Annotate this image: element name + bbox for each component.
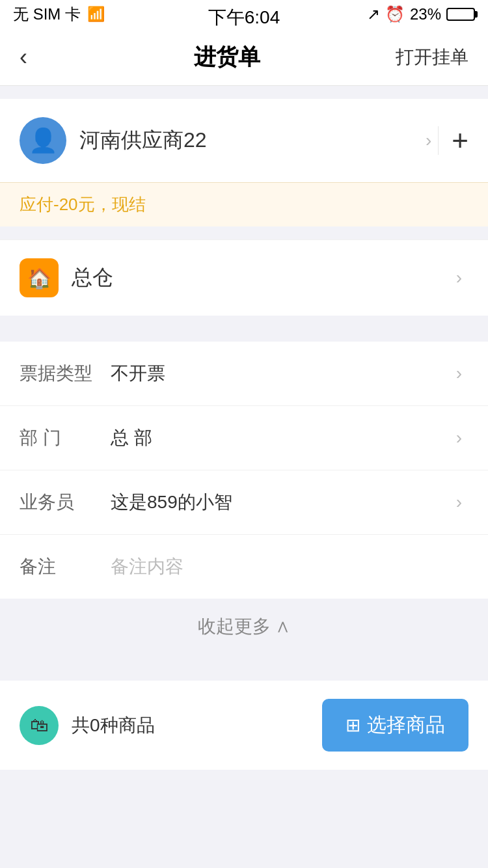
department-value: 总 部	[111, 426, 456, 450]
supplier-row[interactable]: 👤 河南供应商22 › +	[0, 99, 488, 182]
product-count: 共0种商品	[72, 713, 322, 738]
add-supplier-button[interactable]: +	[438, 126, 468, 155]
collapse-label: 收起更多 ∧	[198, 616, 291, 636]
bottom-divider	[0, 655, 488, 668]
warehouse-icon: 🏠	[27, 267, 51, 290]
product-bag-icon: 🛍	[30, 714, 48, 736]
department-label: 部 门	[20, 426, 111, 450]
collapse-button[interactable]: 收起更多 ∧	[0, 599, 488, 655]
remark-placeholder[interactable]: 备注内容	[111, 554, 468, 579]
salesperson-row[interactable]: 业务员 这是859的小智 ›	[0, 470, 488, 535]
nav-bar: ‹ 进货单 打开挂单	[0, 29, 488, 86]
product-section: 🛍 共0种商品 ⊞ 选择商品	[0, 681, 488, 770]
supplier-avatar: 👤	[20, 117, 66, 164]
warehouse-row[interactable]: 🏠 总仓 ›	[0, 239, 488, 316]
remark-row[interactable]: 备注 备注内容	[0, 535, 488, 599]
status-bar: 无 SIM 卡 📶 下午6:04 ↗ ⏰ 23%	[0, 0, 488, 29]
warehouse-name: 总仓	[72, 264, 456, 292]
status-time: 下午6:04	[208, 5, 280, 30]
warehouse-icon-wrap: 🏠	[20, 258, 59, 297]
salesperson-chevron-icon: ›	[456, 492, 462, 513]
carrier-label: 无 SIM 卡	[13, 4, 81, 25]
open-pending-button[interactable]: 打开挂单	[396, 45, 468, 70]
salesperson-label: 业务员	[20, 490, 111, 515]
supplier-section: 👤 河南供应商22 › + 应付-20元，现结	[0, 99, 488, 226]
select-product-icon: ⊞	[346, 714, 360, 736]
background-fill	[0, 770, 488, 868]
department-row[interactable]: 部 门 总 部 ›	[0, 406, 488, 470]
top-divider	[0, 86, 488, 99]
select-product-button[interactable]: ⊞ 选择商品	[322, 699, 468, 752]
product-icon-wrap: 🛍	[20, 706, 59, 745]
invoice-type-value: 不开票	[111, 361, 456, 386]
alert-banner: 应付-20元，现结	[0, 182, 488, 226]
warehouse-section: 🏠 总仓 ›	[0, 239, 488, 316]
page-title: 进货单	[59, 42, 396, 72]
invoice-type-label: 票据类型	[20, 361, 111, 386]
invoice-type-chevron-icon: ›	[456, 363, 462, 384]
status-right: ↗ ⏰ 23%	[367, 5, 475, 23]
location-icon: ↗	[367, 5, 380, 23]
remark-label: 备注	[20, 554, 111, 579]
wifi-icon: 📶	[87, 6, 105, 23]
department-chevron-icon: ›	[456, 427, 462, 448]
warehouse-chevron-icon: ›	[456, 267, 462, 288]
battery-bar	[446, 8, 475, 21]
battery-percent: 23%	[410, 5, 441, 23]
salesperson-value: 这是859的小智	[111, 490, 456, 515]
supplier-chevron-icon: ›	[426, 130, 431, 151]
avatar-icon: 👤	[29, 127, 58, 154]
supplier-name: 河南供应商22	[79, 126, 426, 155]
alarm-icon: ⏰	[385, 5, 405, 23]
alert-text: 应付-20元，现结	[20, 195, 146, 214]
form-section: 票据类型 不开票 › 部 门 总 部 › 业务员 这是859的小智 › 备注 备…	[0, 342, 488, 599]
invoice-type-row[interactable]: 票据类型 不开票 ›	[0, 342, 488, 406]
back-button[interactable]: ‹	[20, 44, 59, 71]
select-product-label: 选择商品	[367, 712, 445, 739]
form-divider	[0, 316, 488, 329]
status-left: 无 SIM 卡 📶	[13, 4, 105, 25]
warehouse-divider	[0, 226, 488, 239]
